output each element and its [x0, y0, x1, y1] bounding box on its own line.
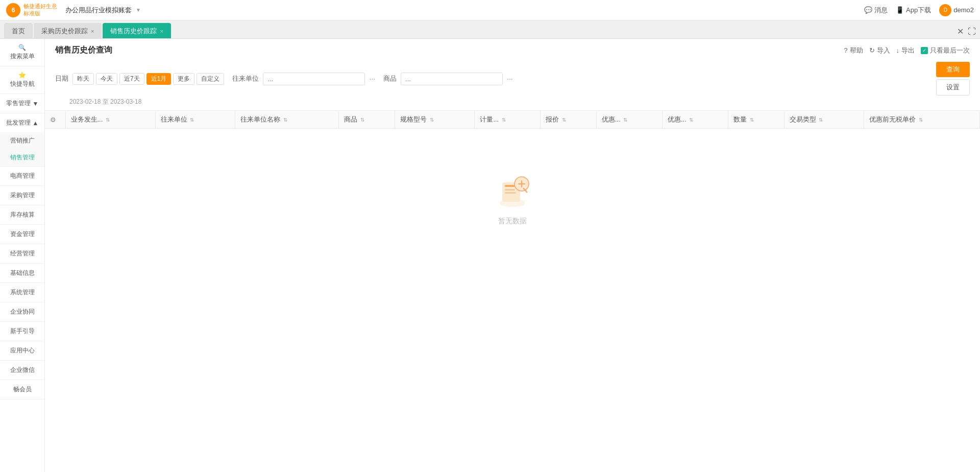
- logo-area: 6 畅捷通好生意 标准版: [6, 3, 57, 17]
- export-icon: ↓: [896, 46, 900, 54]
- import-icon: ↻: [869, 46, 875, 54]
- tab-close-all-button[interactable]: ✕: [957, 27, 964, 36]
- sort-product-icon[interactable]: ⇅: [360, 117, 364, 123]
- sidebar-item-search-menu[interactable]: 🔍 搜索菜单: [0, 39, 44, 66]
- user-menu[interactable]: D demo2: [939, 4, 974, 16]
- quick-nav-icon: ⭐: [18, 72, 26, 79]
- th-spec[interactable]: 规格型号 ⇅: [395, 111, 474, 129]
- tab-list: 首页 采购历史价跟踪 × 销售历史价跟踪 ×: [4, 23, 171, 38]
- tab-close-sales[interactable]: ×: [160, 28, 163, 34]
- sidebar-item-system-mgmt[interactable]: 系统管理: [0, 283, 44, 302]
- message-button[interactable]: 💬 消息: [864, 6, 888, 15]
- message-icon: 💬: [864, 6, 872, 14]
- tab-home[interactable]: 首页: [4, 23, 33, 38]
- query-button[interactable]: 查询: [936, 62, 970, 77]
- wholesale-expand-icon: ▲: [33, 120, 39, 127]
- sidebar-item-member[interactable]: 畅会员: [0, 380, 44, 399]
- tab-close-purchase[interactable]: ×: [91, 28, 94, 34]
- sidebar-item-sales-mgmt[interactable]: 销售管理: [0, 149, 44, 166]
- date-btn-yesterday[interactable]: 昨天: [72, 73, 94, 85]
- sidebar-item-finance-mgmt[interactable]: 资金管理: [0, 225, 44, 244]
- sidebar-item-inventory-check[interactable]: 库存核算: [0, 205, 44, 225]
- sort-quantity-icon[interactable]: ⇅: [750, 117, 754, 123]
- th-partner[interactable]: 往来单位 ⇅: [155, 111, 235, 129]
- date-btn-today[interactable]: 今天: [96, 73, 117, 85]
- product-expand-icon[interactable]: ···: [507, 75, 513, 83]
- th-biz-date[interactable]: 业务发生... ⇅: [65, 111, 155, 129]
- only-last-checkbox-area[interactable]: ✓ 只看最后一次: [921, 46, 970, 55]
- tab-bar: 首页 采购历史价跟踪 × 销售历史价跟踪 × ✕ ⛶: [0, 20, 980, 39]
- svg-rect-4: [505, 192, 516, 194]
- dropdown-arrow-icon[interactable]: ▼: [136, 7, 141, 13]
- import-button[interactable]: ↻ 导入: [869, 46, 890, 55]
- sort-unit-icon[interactable]: ⇅: [502, 117, 506, 123]
- sort-trade-type-icon[interactable]: ⇅: [819, 117, 823, 123]
- sidebar-item-ecommerce-mgmt[interactable]: 电商管理: [0, 167, 44, 186]
- export-button[interactable]: ↓ 导出: [896, 46, 915, 55]
- empty-state: 暂无数据: [45, 129, 980, 267]
- sidebar-retail-mgmt: 零售管理 ▼: [0, 94, 44, 113]
- sort-pre-tax-icon[interactable]: ⇅: [919, 117, 923, 123]
- tab-expand-button[interactable]: ⛶: [968, 27, 976, 36]
- filter-row: 日期 昨天 今天 近7天 近1月 更多 自定义 往来单位 ···: [55, 62, 970, 96]
- search-menu-icon: 🔍: [18, 44, 26, 51]
- table-container: ⚙ 业务发生... ⇅ 往来单位 ⇅ 往来单位名称 ⇅ 商品 ⇅: [45, 111, 980, 472]
- sort-partner-icon[interactable]: ⇅: [190, 117, 194, 123]
- sort-partner-name-icon[interactable]: ⇅: [283, 117, 287, 123]
- tab-purchase-history[interactable]: 采购历史价跟踪 ×: [34, 23, 102, 38]
- help-button[interactable]: ? 帮助: [844, 46, 863, 55]
- sidebar-item-enterprise-agreement[interactable]: 企业协同: [0, 302, 44, 322]
- sort-discount2-icon[interactable]: ⇅: [689, 117, 693, 123]
- svg-rect-3: [505, 189, 515, 191]
- date-btn-1month[interactable]: 近1月: [146, 73, 172, 85]
- sort-discount1-icon[interactable]: ⇅: [623, 117, 627, 123]
- table-header-row: ⚙ 业务发生... ⇅ 往来单位 ⇅ 往来单位名称 ⇅ 商品 ⇅: [45, 111, 980, 129]
- th-quantity[interactable]: 数量 ⇅: [728, 111, 785, 129]
- top-bar-right: 💬 消息 📱 App下载 D demo2: [864, 4, 974, 16]
- tab-bar-actions: ✕ ⛶: [957, 27, 976, 38]
- th-quote[interactable]: 报价 ⇅: [541, 111, 597, 129]
- date-btn-7days[interactable]: 近7天: [119, 73, 144, 85]
- sort-quote-icon[interactable]: ⇅: [562, 117, 566, 123]
- only-last-checkbox[interactable]: ✓: [921, 47, 928, 54]
- sidebar-item-wholesale-mgmt[interactable]: 批发管理 ▲: [0, 113, 44, 132]
- th-trade-type[interactable]: 交易类型 ⇅: [784, 111, 864, 129]
- sidebar-item-operation-mgmt[interactable]: 经营管理: [0, 244, 44, 264]
- table-header: ⚙ 业务发生... ⇅ 往来单位 ⇅ 往来单位名称 ⇅ 商品 ⇅: [45, 111, 980, 129]
- logo-icon: 6: [6, 3, 20, 17]
- settings-button[interactable]: 设置: [936, 79, 970, 96]
- content-area: 销售历史价查询 ? 帮助 ↻ 导入 ↓ 导出 ✓: [45, 39, 980, 472]
- sort-spec-icon[interactable]: ⇅: [430, 117, 434, 123]
- th-product[interactable]: 商品 ⇅: [339, 111, 395, 129]
- table-gear-icon[interactable]: ⚙: [50, 116, 56, 124]
- sidebar-item-retail-mgmt[interactable]: 零售管理 ▼: [0, 94, 44, 113]
- product-label: 商品: [383, 74, 397, 83]
- th-partner-name[interactable]: 往来单位名称 ⇅: [235, 111, 338, 129]
- sidebar-item-enterprise-wechat[interactable]: 企业微信: [0, 361, 44, 380]
- app-title: 办公用品行业模拟账套: [65, 6, 132, 15]
- app-download-button[interactable]: 📱 App下载: [896, 6, 931, 15]
- top-bar-left: 6 畅捷通好生意 标准版 办公用品行业模拟账套 ▼: [6, 3, 141, 17]
- page-title-row: 销售历史价查询 ? 帮助 ↻ 导入 ↓ 导出 ✓: [55, 45, 970, 56]
- sidebar-item-basic-info[interactable]: 基础信息: [0, 264, 44, 283]
- sidebar-item-quick-nav[interactable]: ⭐ 快捷导航: [0, 66, 44, 94]
- empty-illustration: [492, 170, 533, 210]
- sidebar-item-app-center[interactable]: 应用中心: [0, 341, 44, 361]
- logo-text: 畅捷通好生意 标准版: [23, 3, 57, 16]
- sidebar-item-purchase-mgmt[interactable]: 采购管理: [0, 186, 44, 205]
- product-input[interactable]: [401, 73, 503, 85]
- sort-biz-date-icon[interactable]: ⇅: [106, 117, 110, 123]
- partner-input[interactable]: [263, 73, 365, 85]
- th-discount1[interactable]: 优惠... ⇅: [596, 111, 662, 129]
- sidebar-item-new-guide[interactable]: 新手引导: [0, 322, 44, 341]
- help-icon: ?: [844, 46, 847, 54]
- th-pre-tax[interactable]: 优惠前无税单价 ⇅: [864, 111, 980, 129]
- wholesale-submenu: 营销推广 销售管理: [0, 132, 44, 166]
- date-btn-custom[interactable]: 自定义: [197, 73, 224, 85]
- th-unit[interactable]: 计量... ⇅: [475, 111, 541, 129]
- th-discount2[interactable]: 优惠... ⇅: [663, 111, 728, 129]
- tab-sales-history[interactable]: 销售历史价跟踪 ×: [103, 23, 170, 38]
- date-btn-more[interactable]: 更多: [173, 73, 194, 85]
- partner-expand-icon[interactable]: ···: [369, 75, 375, 83]
- sidebar-item-marketing[interactable]: 营销推广: [0, 132, 44, 149]
